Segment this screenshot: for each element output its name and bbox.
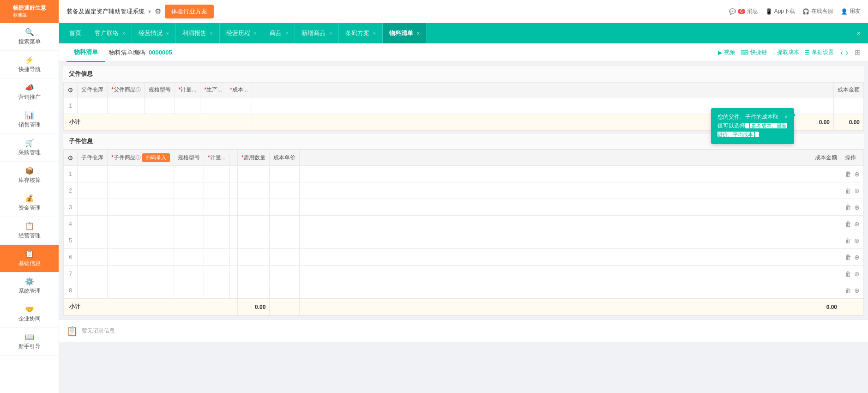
child-cell-product[interactable] [108,199,174,216]
delete-icon[interactable]: 🗑 [845,170,851,178]
child-cell-product[interactable] [108,182,174,199]
nav-tab-条码方案[interactable]: 条码方案× [339,23,383,43]
copy-icon[interactable]: ⊕ [854,170,860,178]
child-cell-unit-cost[interactable] [270,199,300,216]
child-cell-spec[interactable] [174,182,204,199]
tab-close[interactable]: × [210,31,213,36]
nav-tab-客户联络[interactable]: 客户联络× [88,23,132,43]
child-cell-warehouse[interactable] [78,249,108,266]
child-cell-spec[interactable] [174,249,204,266]
child-cell-unit[interactable] [204,166,230,182]
child-cell-product[interactable] [108,166,174,182]
parent-cell-spec[interactable] [145,97,175,114]
view-btn[interactable]: ▶ 视频 [718,48,735,56]
next-arrow[interactable]: › [845,48,849,57]
sidebar-item-基础信息[interactable]: 📋基础信息 [0,245,59,272]
tab-close[interactable]: × [373,31,376,36]
child-cell-qty[interactable] [237,166,270,182]
child-cell-warehouse[interactable] [78,282,108,299]
child-cell-qty[interactable] [237,182,270,199]
delete-icon[interactable]: 🗑 [845,270,851,278]
prev-arrow[interactable]: ‹ [839,48,844,57]
scan-button[interactable]: 扫码录入 [142,153,170,162]
dropdown-arrow[interactable]: ▾ [148,8,151,15]
user-btn[interactable]: 👤 用友 [841,7,861,15]
parent-cell-warehouse[interactable] [78,97,108,114]
parent-cell-produce[interactable] [200,97,226,114]
child-cell-spec[interactable] [174,282,204,299]
grid-icon[interactable]: ⊞ [855,48,861,57]
child-cell-unit[interactable] [204,266,230,282]
child-cell-warehouse[interactable] [78,216,108,232]
child-cell-qty[interactable] [237,249,270,266]
copy-icon[interactable]: ⊕ [854,270,860,278]
child-cell-qty[interactable] [237,232,270,249]
nav-tab-经营历程[interactable]: 经营历程× [220,23,264,43]
delete-icon[interactable]: 🗑 [845,287,851,294]
tab-close[interactable]: × [254,31,257,36]
child-cell-product[interactable] [108,216,174,232]
child-cell-qty[interactable] [237,266,270,282]
message-btn[interactable]: 💬 6 消息 [729,7,758,15]
nav-tab-新增商品[interactable]: 新增商品× [295,23,339,43]
trial-button[interactable]: 体验行业方案 [165,5,214,18]
copy-icon[interactable]: ⊕ [854,204,860,211]
tab-close[interactable]: × [285,31,288,36]
nav-close-btn[interactable]: × [853,30,864,37]
nav-tab-利润报告[interactable]: 利润报告× [176,23,220,43]
sidebar-item-系统管理[interactable]: ⚙️系统管理 [0,272,59,300]
child-cell-unit[interactable] [204,199,230,216]
child-col-settings[interactable]: ⚙ [64,150,78,166]
parent-col-settings[interactable]: ⚙ [64,83,78,97]
child-cell-product[interactable] [108,249,174,266]
copy-icon[interactable]: ⊕ [854,287,860,294]
parent-cell-product[interactable] [108,97,145,114]
tab-close[interactable]: × [329,31,332,36]
child-cell-unit[interactable] [204,282,230,299]
child-cell-unit-cost[interactable] [270,182,300,199]
delete-icon[interactable]: 🗑 [845,237,851,244]
copy-icon[interactable]: ⊕ [854,237,860,244]
app-download-btn[interactable]: 📱 App下载 [766,7,795,15]
delete-icon[interactable]: 🗑 [845,220,851,228]
child-cell-unit[interactable] [204,232,230,249]
child-cell-product[interactable] [108,232,174,249]
child-cell-product[interactable] [108,282,174,299]
child-cell-qty[interactable] [237,282,270,299]
sidebar-item-快捷导航[interactable]: ⚡快捷导航 [0,51,59,79]
child-cell-unit-cost[interactable] [270,249,300,266]
nav-tab-物料清单[interactable]: 物料清单× [383,23,427,43]
tab-close[interactable]: × [122,31,125,36]
copy-icon[interactable]: ⊕ [854,220,860,228]
child-cell-warehouse[interactable] [78,182,108,199]
online-service-btn[interactable]: 🎧 在线客服 [802,7,833,15]
nav-tab-经营情况[interactable]: 经营情况× [132,23,176,43]
tooltip-close-btn[interactable]: × [784,113,788,121]
child-cell-unit[interactable] [204,249,230,266]
delete-icon[interactable]: 🗑 [845,254,851,261]
tab-close[interactable]: × [166,31,169,36]
single-setting-btn[interactable]: ☰ 单据设置 [805,48,834,56]
child-cell-warehouse[interactable] [78,166,108,182]
copy-icon[interactable]: ⊕ [854,254,860,261]
child-cell-unit-cost[interactable] [270,266,300,282]
delete-icon[interactable]: 🗑 [845,187,851,194]
child-cell-spec[interactable] [174,266,204,282]
sidebar-item-库存核算[interactable]: 📦库存核算 [0,162,59,189]
sidebar-item-营销推广[interactable]: 📣营销推广 [0,79,59,106]
tab-bill-of-materials[interactable]: 物料清单 [66,43,105,62]
child-cell-product[interactable] [108,266,174,282]
tab-close[interactable]: × [417,31,420,36]
sidebar-item-新手引导[interactable]: 📖新手引导 [0,328,59,356]
shortcut-btn[interactable]: ⌨ 快捷键 [741,48,767,56]
child-cell-unit-cost[interactable] [270,282,300,299]
sidebar-item-经营管理[interactable]: 📋经营管理 [0,217,59,245]
extract-cost-btn[interactable]: ↓ 提取成本 [772,48,799,56]
child-cell-unit-cost[interactable] [270,166,300,182]
child-cell-warehouse[interactable] [78,199,108,216]
child-cell-unit[interactable] [204,182,230,199]
sidebar-item-销售管理[interactable]: 📊销售管理 [0,106,59,134]
child-cell-spec[interactable] [174,199,204,216]
child-cell-spec[interactable] [174,216,204,232]
parent-cell-cost[interactable] [226,97,252,114]
